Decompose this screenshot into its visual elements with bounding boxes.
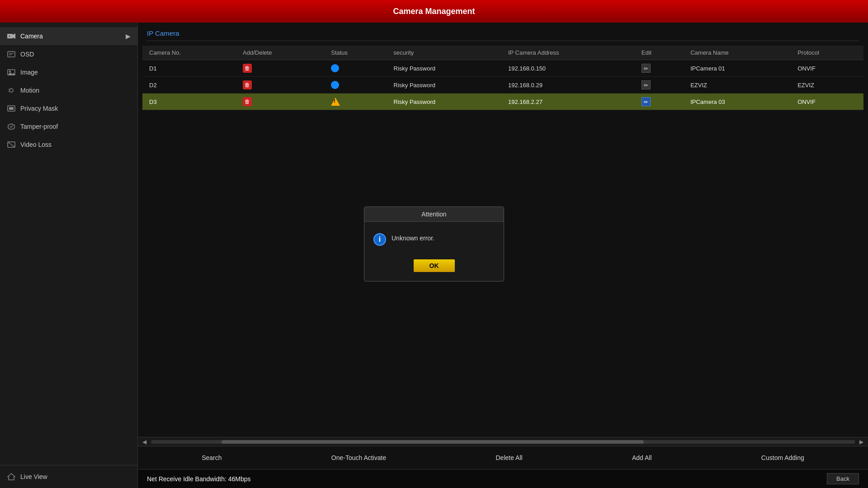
cell-status bbox=[324, 77, 387, 94]
horizontal-scrollbar[interactable]: ◀ ▶ bbox=[138, 437, 868, 446]
sidebar-item-live-view[interactable]: Live View bbox=[7, 472, 131, 481]
cell-edit[interactable]: ✏ bbox=[635, 77, 684, 94]
cell-security: Risky Password bbox=[387, 77, 501, 94]
cell-ip-address: 192.168.0.29 bbox=[501, 77, 635, 94]
sidebar-label-osd: OSD bbox=[20, 51, 34, 58]
back-button[interactable]: Back bbox=[827, 473, 859, 484]
cell-protocol: ONVIF bbox=[791, 60, 863, 77]
videoloss-icon bbox=[7, 140, 16, 149]
edit-pencil-icon[interactable]: ✏ bbox=[642, 80, 651, 89]
cell-camera-name: EZVIZ bbox=[684, 77, 791, 94]
delete-icon[interactable]: 🗑 bbox=[243, 64, 252, 73]
modal-footer: OK bbox=[364, 255, 504, 281]
cell-ip-address: 192.168.2.27 bbox=[501, 94, 635, 110]
cell-edit[interactable]: ✏ bbox=[635, 60, 684, 77]
delete-all-button[interactable]: Delete All bbox=[487, 452, 532, 464]
col-header-camera-no: Camera No. bbox=[142, 46, 236, 60]
sidebar-label-image: Image bbox=[20, 69, 38, 76]
motion-icon bbox=[7, 86, 16, 95]
delete-icon[interactable]: 🗑 bbox=[243, 97, 252, 106]
custom-adding-button[interactable]: Custom Adding bbox=[752, 452, 813, 464]
scroll-right-btn[interactable]: ▶ bbox=[857, 439, 866, 445]
privacy-icon bbox=[7, 104, 16, 113]
sidebar: Camera ▶ OSD Image bbox=[0, 23, 138, 488]
col-header-protocol: Protocol bbox=[791, 46, 863, 60]
cell-camera-name: IPCamera 01 bbox=[684, 60, 791, 77]
status-connected-icon bbox=[331, 81, 339, 89]
home-icon bbox=[7, 472, 16, 481]
tamper-icon bbox=[7, 122, 16, 131]
cell-protocol: EZVIZ bbox=[791, 77, 863, 94]
col-header-security: security bbox=[387, 46, 501, 60]
scroll-track[interactable] bbox=[151, 440, 855, 444]
camera-icon bbox=[7, 32, 16, 41]
arrow-icon: ▶ bbox=[126, 33, 131, 40]
cell-add-delete[interactable]: 🗑 bbox=[236, 77, 324, 94]
svg-line-15 bbox=[8, 142, 15, 147]
sidebar-item-camera[interactable]: Camera ▶ bbox=[0, 27, 137, 45]
cell-camera-no: D1 bbox=[142, 60, 236, 77]
scroll-thumb[interactable] bbox=[222, 440, 644, 444]
sidebar-label-privacy-mask: Privacy Mask bbox=[20, 105, 58, 112]
info-icon: i bbox=[373, 233, 386, 246]
cell-add-delete[interactable]: 🗑 bbox=[236, 94, 324, 110]
svg-rect-3 bbox=[8, 52, 15, 57]
sidebar-label-video-loss: Video Loss bbox=[20, 141, 52, 148]
sidebar-label-camera: Camera bbox=[20, 33, 43, 40]
ok-button[interactable]: OK bbox=[414, 259, 455, 272]
sidebar-item-video-loss[interactable]: Video Loss bbox=[0, 136, 137, 154]
cell-camera-no: D2 bbox=[142, 77, 236, 94]
col-header-camera-name: Camera Name bbox=[684, 46, 791, 60]
svg-point-2 bbox=[9, 35, 10, 37]
modal-message: Unknown error. bbox=[392, 233, 434, 242]
cell-camera-name: IPCamera 03 bbox=[684, 94, 791, 110]
section-title: IP Camera bbox=[147, 29, 859, 41]
col-header-status: Status bbox=[324, 46, 387, 60]
modal-title: Attention bbox=[364, 207, 504, 222]
svg-marker-1 bbox=[13, 33, 15, 39]
status-warning-icon bbox=[331, 98, 340, 106]
sidebar-label-motion: Motion bbox=[20, 87, 39, 94]
bottom-bar: Search One-Touch Activate Delete All Add… bbox=[138, 446, 868, 469]
svg-point-9 bbox=[9, 89, 13, 92]
cell-camera-no: D3 bbox=[142, 94, 236, 110]
content-header: IP Camera bbox=[138, 23, 868, 46]
scroll-left-btn[interactable]: ◀ bbox=[140, 439, 149, 445]
svg-marker-16 bbox=[8, 474, 15, 480]
add-all-button[interactable]: Add All bbox=[623, 452, 661, 464]
sidebar-bottom: Live View bbox=[0, 465, 137, 488]
sidebar-item-privacy-mask[interactable]: Privacy Mask bbox=[0, 99, 137, 117]
cell-edit[interactable]: ✏ bbox=[635, 94, 684, 110]
table-row[interactable]: D3🗑Risky Password192.168.2.27✏IPCamera 0… bbox=[142, 94, 863, 110]
edit-pencil-icon[interactable]: ✏ bbox=[642, 64, 651, 73]
svg-rect-13 bbox=[9, 107, 14, 110]
edit-pencil-icon[interactable]: ✏ bbox=[642, 97, 651, 106]
cell-status bbox=[324, 94, 387, 110]
cell-security: Risky Password bbox=[387, 60, 501, 77]
col-header-ip-address: IP Camera Address bbox=[501, 46, 635, 60]
sidebar-label-tamper-proof: Tamper-proof bbox=[20, 123, 58, 130]
cell-status bbox=[324, 60, 387, 77]
osd-icon bbox=[7, 50, 16, 59]
live-view-label: Live View bbox=[20, 473, 47, 480]
camera-table: Camera No. Add/Delete Status security IP… bbox=[142, 46, 863, 110]
cell-protocol: ONVIF bbox=[791, 94, 863, 110]
sidebar-item-tamper-proof[interactable]: Tamper-proof bbox=[0, 117, 137, 136]
sidebar-item-image[interactable]: Image bbox=[0, 63, 137, 81]
app-title: Camera Management bbox=[393, 7, 475, 16]
col-header-edit: Edit bbox=[635, 46, 684, 60]
table-header-row: Camera No. Add/Delete Status security IP… bbox=[142, 46, 863, 60]
col-header-add-delete: Add/Delete bbox=[236, 46, 324, 60]
delete-icon[interactable]: 🗑 bbox=[243, 80, 252, 89]
table-row[interactable]: D2🗑Risky Password192.168.0.29✏EZVIZEZVIZ bbox=[142, 77, 863, 94]
sidebar-item-motion[interactable]: Motion bbox=[0, 81, 137, 99]
search-button[interactable]: Search bbox=[193, 452, 231, 464]
cell-ip-address: 192.168.0.150 bbox=[501, 60, 635, 77]
table-row[interactable]: D1🗑Risky Password192.168.0.150✏IPCamera … bbox=[142, 60, 863, 77]
cell-add-delete[interactable]: 🗑 bbox=[236, 60, 324, 77]
svg-point-7 bbox=[9, 70, 11, 72]
sidebar-item-osd[interactable]: OSD bbox=[0, 45, 137, 63]
cell-security: Risky Password bbox=[387, 94, 501, 110]
image-icon bbox=[7, 68, 16, 77]
one-touch-activate-button[interactable]: One-Touch Activate bbox=[322, 452, 395, 464]
